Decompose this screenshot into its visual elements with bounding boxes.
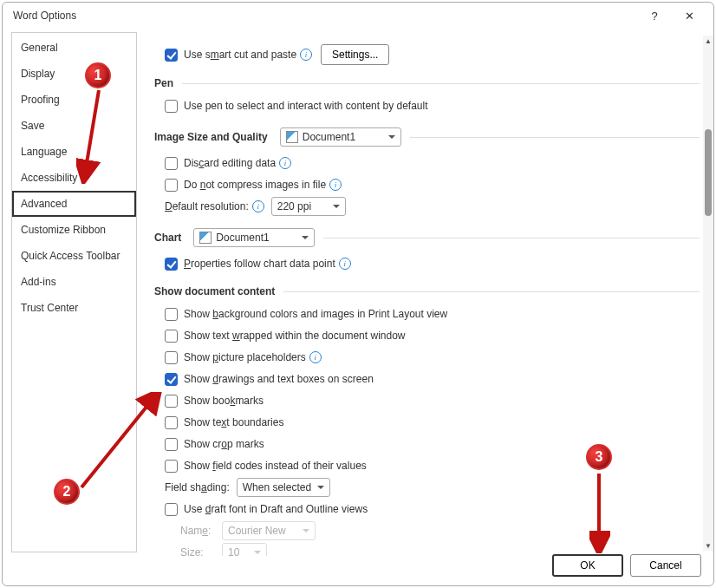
draft-name-select: Courier New [222,521,316,540]
show-bookmarks-label: Show bookmarks [184,395,264,407]
cancel-button[interactable]: Cancel [630,554,701,577]
scroll-down-icon[interactable]: ▼ [703,540,713,551]
show-bookmarks-checkbox[interactable] [165,395,178,408]
ok-button[interactable]: OK [552,554,623,577]
sidebar-item-advanced[interactable]: Advanced [12,191,136,217]
field-shading-label: Field shading: [165,481,230,493]
sidebar-item-accessibility[interactable]: Accessibility [12,165,136,191]
use-pen-label: Use pen to select and interact with cont… [184,100,428,112]
no-compress-checkbox[interactable] [165,179,178,192]
info-icon[interactable]: i [252,200,264,212]
scroll-up-icon[interactable]: ▲ [703,36,713,46]
info-icon[interactable]: i [300,49,312,61]
smart-cut-paste-label: Use smart cut and paste [184,49,296,61]
sidebar-item-proofing[interactable]: Proofing [12,87,136,113]
sidebar-item-language[interactable]: Language [12,139,136,165]
sidebar-item-general[interactable]: General [12,35,136,61]
sidebar-item-trust-center[interactable]: Trust Center [12,295,136,321]
info-icon[interactable]: i [309,351,322,363]
default-res-select[interactable]: 220 ppi [271,197,346,216]
info-icon[interactable]: i [339,258,351,270]
image-size-heading: Image Size and Quality Document1 [154,127,700,147]
chart-heading: Chart Document1 [154,228,700,247]
use-pen-checkbox[interactable] [165,100,178,113]
sidebar: General Display Proofing Save Language A… [11,32,137,552]
window-title: Word Options [13,10,637,22]
show-crop-checkbox[interactable] [165,438,178,451]
no-compress-label: Do not compress images in file [184,179,326,191]
discard-edit-label: Discard editing data [184,157,276,169]
show-textb-label: Show text boundaries [184,416,283,428]
discard-edit-checkbox[interactable] [165,157,178,170]
image-doc-select[interactable]: Document1 [280,127,401,147]
show-crop-label: Show crop marks [184,438,264,450]
document-icon [199,232,212,244]
show-wrap-checkbox[interactable] [165,330,178,343]
field-shading-select[interactable]: When selected [237,478,330,497]
draft-size-select: 10 [222,543,267,556]
use-draft-label: Use draft font in Draft and Outline view… [184,503,368,515]
smart-cut-paste-checkbox[interactable] [165,49,178,62]
sidebar-item-customize-ribbon[interactable]: Customize Ribbon [12,217,136,243]
show-drawings-label: Show drawings and text boxes on screen [184,373,374,385]
content-pane: Use smart cut and paste i Settings... Pe… [137,29,713,556]
show-bg-checkbox[interactable] [165,308,178,321]
show-pic-checkbox[interactable] [165,351,178,364]
dialog-footer: OK Cancel [552,554,701,577]
chart-props-label: Properties follow chart data point [184,258,335,270]
chart-doc-select[interactable]: Document1 [193,228,315,247]
sidebar-item-save[interactable]: Save [12,113,136,139]
show-bg-label: Show background colors and images in Pri… [184,308,447,320]
document-icon [286,131,298,143]
draft-size-label: Size: [180,546,222,556]
show-wrap-label: Show text wrapped within the document wi… [184,330,405,342]
settings-button[interactable]: Settings... [321,44,389,65]
draft-name-label: Name: [180,525,222,537]
show-field-checkbox[interactable] [165,460,178,473]
scroll-thumb[interactable] [705,129,712,216]
pen-heading: Pen [154,77,700,89]
sidebar-item-addins[interactable]: Add-ins [12,269,136,295]
info-icon[interactable]: i [279,157,291,169]
chart-props-checkbox[interactable] [165,258,178,271]
default-res-label: Default resolution: [165,200,249,212]
sidebar-item-display[interactable]: Display [12,61,136,87]
show-doc-heading: Show document content [154,285,700,297]
titlebar: Word Options ? ✕ [3,3,713,29]
info-icon[interactable]: i [329,179,342,191]
show-field-label: Show field codes instead of their values [184,460,367,472]
help-button[interactable]: ? [637,3,672,29]
vertical-scrollbar[interactable]: ▲ ▼ [703,36,713,551]
show-drawings-checkbox[interactable] [165,373,178,386]
use-draft-checkbox[interactable] [165,503,178,516]
show-pic-label: Show picture placeholders [184,351,306,363]
show-textb-checkbox[interactable] [165,416,178,429]
close-button[interactable]: ✕ [672,3,706,29]
sidebar-item-quick-access[interactable]: Quick Access Toolbar [12,243,136,269]
word-options-dialog: Word Options ? ✕ General Display Proofin… [2,2,714,586]
